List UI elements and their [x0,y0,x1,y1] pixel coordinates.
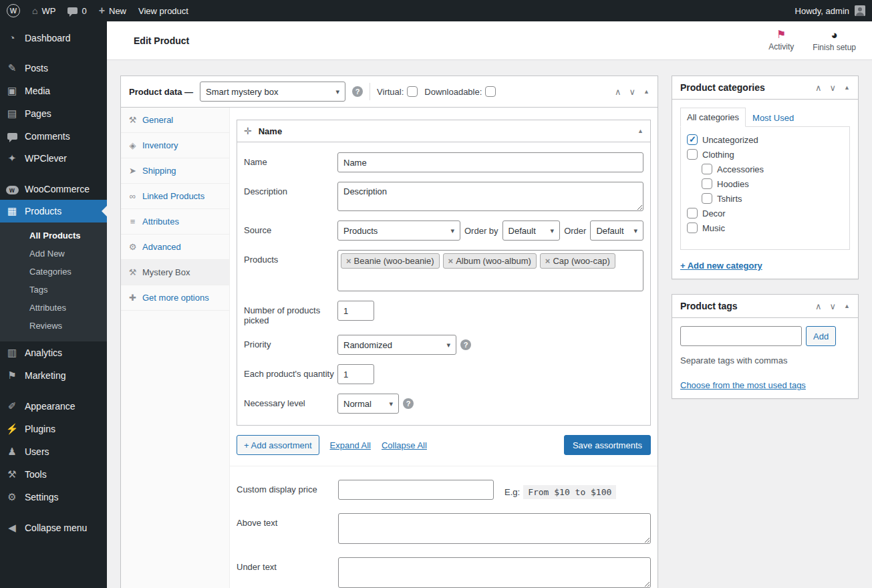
submenu-item-tags[interactable]: Tags [0,281,107,299]
category-item-clothing[interactable]: Clothing [687,147,843,162]
site-name-link[interactable]: ⌂ WP [32,6,55,16]
sidebar-item-plugins[interactable]: ⚡ Plugins [0,418,107,440]
category-checkbox[interactable] [687,149,698,160]
new-content-link[interactable]: + New [99,5,126,16]
category-checkbox[interactable] [702,193,712,204]
source-select[interactable]: Products [337,220,460,241]
name-input[interactable] [337,152,643,172]
submenu-item-categories[interactable]: Categories [0,263,107,281]
sidebar-label: Comments [25,131,70,142]
sidebar-label: Dashboard [25,33,71,43]
help-icon[interactable] [403,398,414,409]
collapse-toggle-icon[interactable]: ▲ [643,88,649,95]
submenu-item-add-new[interactable]: Add New [0,245,107,263]
category-checkbox[interactable] [687,208,698,218]
sidebar-item-marketing[interactable]: ⚑ Marketing [0,364,107,387]
move-down-icon[interactable]: ∨ [830,83,837,93]
new-tag-input[interactable] [680,326,802,346]
remove-tag-icon[interactable] [346,256,351,266]
category-checkbox[interactable] [687,134,698,145]
sidebar-item-comments[interactable]: Comments [0,125,107,147]
tab-inventory[interactable]: ◈ Inventory [121,133,229,158]
sidebar-item-tools[interactable]: ⚒ Tools [0,463,107,486]
move-handle-icon[interactable] [244,126,252,136]
category-item-music[interactable]: Music [687,220,843,235]
submenu-item-attributes[interactable]: Attributes [0,299,107,317]
sidebar-item-media[interactable]: ▣ Media [0,80,107,102]
sidebar-item-posts[interactable]: ✎ Posts [0,57,107,80]
custom-price-input[interactable] [338,480,494,500]
product-type-select[interactable]: Smart mystery box [200,82,345,102]
category-item-tshirts[interactable]: Tshirts [702,191,843,206]
source-label: Source [244,220,337,235]
add-tag-button[interactable]: Add [806,326,836,346]
sidebar-item-users[interactable]: ♟ Users [0,440,107,463]
move-up-icon[interactable]: ∧ [815,301,822,311]
most-used-tags-link[interactable]: Choose from the most used tags [680,380,806,390]
category-item-uncategorized[interactable]: Uncategorized [687,132,843,147]
virtual-checkbox[interactable] [407,86,418,97]
category-item-decor[interactable]: Decor [687,206,843,220]
category-checklist[interactable]: Uncategorized Clothing Accessories [680,126,850,250]
sidebar-item-wpclever[interactable]: ✦ WPClever [0,147,107,170]
submenu-item-reviews[interactable]: Reviews [0,317,107,335]
add-new-category-link[interactable]: + Add new category [680,261,762,271]
collapse-toggle-icon[interactable]: ▲ [844,84,850,91]
sidebar-item-woocommerce[interactable]: w WooCommerce [0,178,107,200]
description-textarea[interactable]: Description [337,182,643,211]
tab-most-used[interactable]: Most Used [746,109,801,127]
category-label: Decor [702,208,726,218]
category-checkbox[interactable] [702,178,712,189]
quantity-input[interactable] [337,364,374,384]
remove-tag-icon[interactable] [545,256,551,266]
comments-admin-bar-link[interactable]: 0 [67,6,86,16]
move-up-icon[interactable]: ∧ [615,87,621,97]
move-up-icon[interactable]: ∧ [815,83,822,93]
level-select[interactable]: Normal [337,394,399,414]
tab-linked-products[interactable]: ∞ Linked Products [121,184,229,209]
sidebar-item-products[interactable]: ▦ Products [0,200,107,223]
sidebar-item-analytics[interactable]: ▥ Analytics [0,341,107,364]
tab-shipping[interactable]: ➤ Shipping [121,158,229,184]
add-assortment-button[interactable]: + Add assortment [237,435,319,455]
move-down-icon[interactable]: ∨ [629,87,636,97]
move-down-icon[interactable]: ∨ [830,301,837,311]
submenu-item-all-products[interactable]: All Products [0,227,107,245]
tab-attributes[interactable]: ≡ Attributes [121,209,229,235]
wordpress-menu[interactable]: W [7,4,20,17]
category-checkbox[interactable] [702,164,712,174]
tab-advanced[interactable]: ⚙ Advanced [121,235,229,260]
expand-all-link[interactable]: Expand All [330,440,371,450]
sidebar-item-dashboard[interactable]: ◔ Dashboard [0,27,107,49]
priority-select[interactable]: Randomized [337,335,456,355]
order-by-select[interactable]: Default [502,220,561,241]
under-text-textarea[interactable] [338,557,651,588]
tab-mystery-box[interactable]: ⚒ Mystery Box [121,260,229,285]
view-product-link[interactable]: View product [138,6,188,16]
assortment-collapse-icon[interactable]: ▲ [637,128,643,134]
category-item-hoodies[interactable]: Hoodies [702,176,843,191]
save-assortments-button[interactable]: Save assortments [564,435,651,455]
tab-general[interactable]: ⚒ General [121,108,229,133]
sidebar-item-pages[interactable]: ▤ Pages [0,102,107,125]
activity-button[interactable]: ⚑ Activity [768,29,794,51]
tab-get-more-options[interactable]: ✚ Get more options [121,285,229,311]
remove-tag-icon[interactable] [448,256,454,266]
category-item-accessories[interactable]: Accessories [702,162,843,176]
above-text-textarea[interactable] [338,513,651,544]
my-account-link[interactable]: Howdy, admin [795,5,865,16]
help-icon[interactable] [352,86,363,97]
category-checkbox[interactable] [687,223,698,233]
help-icon[interactable] [460,339,471,350]
finish-setup-button[interactable]: ◕ Finish setup [813,29,856,52]
sidebar-item-collapse-menu[interactable]: ◀ Collapse menu [0,517,107,539]
sidebar-item-settings[interactable]: ⚙ Settings [0,486,107,508]
order-select[interactable]: Default [590,220,643,241]
number-picked-input[interactable] [337,301,374,321]
products-multiselect[interactable]: Beanie (woo-beanie) Album (woo-album) [337,250,643,291]
collapse-toggle-icon[interactable]: ▲ [844,303,850,309]
sidebar-item-appearance[interactable]: ✐ Appearance [0,395,107,418]
tab-all-categories[interactable]: All categories [680,108,746,127]
downloadable-checkbox[interactable] [485,86,496,97]
collapse-all-link[interactable]: Collapse All [382,440,427,450]
